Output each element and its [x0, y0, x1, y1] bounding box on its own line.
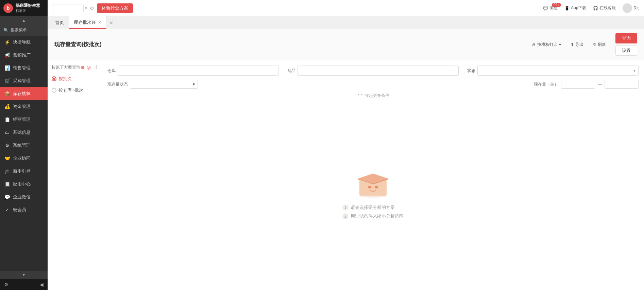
app-download-label: App下载 [571, 5, 586, 11]
warehouse-more-icon[interactable]: ··· [272, 68, 276, 73]
empty-svg-illustration [353, 165, 393, 199]
export-icon: ⬆ [571, 42, 574, 47]
tab-home[interactable]: 首页 [50, 16, 69, 29]
filter-row-1: 仓库 ··· 商品 ··· [107, 66, 639, 76]
export-label: 导出 [575, 42, 583, 48]
status-label: 状态 [467, 68, 475, 74]
nav-icon-appstore: 🔲 [4, 181, 10, 187]
message-action[interactable]: 💬 消息 99+ [543, 5, 558, 11]
company-name: 畅康通好生意 [16, 3, 40, 8]
tab-bar: 首页 库存批次账 ✕ ✕ [48, 16, 644, 29]
filter-panel-icons: ⊕ ◎ 《 [81, 64, 98, 70]
warehouse-label: 仓库 [107, 68, 116, 74]
sidebar-item-member[interactable]: ✓畅会员 [0, 203, 48, 216]
tab-batch-label: 库存批次账 [74, 19, 96, 25]
nav-label-appstore: 应用中心 [13, 181, 31, 187]
app-download-action[interactable]: 📱 App下载 [564, 5, 586, 11]
print-template-btn[interactable]: 🖨 按模板打印 ▾ [529, 40, 564, 49]
status-input[interactable]: ▾ [477, 66, 639, 76]
product-more-icon[interactable]: ··· [452, 68, 456, 73]
export-btn[interactable]: ⬆ 导出 [568, 40, 586, 49]
filter-item-warehouse-batch[interactable]: 按仓库+批次 [48, 85, 102, 96]
main-area: ▾ ⚙ 体验行业方案 💬 消息 99+ 📱 App下载 🎧 在线客服 Rit [48, 0, 644, 290]
nav-icon-basic: 🗂 [4, 130, 10, 135]
sidebar-item-marketing[interactable]: 📢营销推广 [0, 49, 48, 61]
inventory-status-dropdown-icon: ▾ [193, 82, 195, 87]
nav-label-quick: 快捷导航 [13, 39, 31, 45]
tab-close-icon[interactable]: ✕ [98, 20, 101, 25]
topbar-search-input[interactable] [53, 4, 84, 12]
tab-bar-close-icon[interactable]: ✕ [109, 20, 113, 25]
online-service-action[interactable]: 🎧 在线客服 [593, 5, 616, 11]
settings-btn[interactable]: 设置 [615, 46, 637, 56]
sidebar-item-collab[interactable]: 🤝企业协同 [0, 152, 48, 165]
nav-label-finance: 资金管理 [13, 104, 31, 110]
warehouse-filter-field: 仓库 ··· [107, 66, 279, 76]
product-input[interactable]: ··· [298, 66, 459, 76]
sidebar-item-quick[interactable]: ⚡快捷导航 [0, 36, 48, 49]
sidebar-header: b 畅康通好生意 标准版 [0, 0, 48, 16]
page-actions: 🖨 按模板打印 ▾ ⬆ 导出 ↻ 刷新 查询 设置 [529, 33, 637, 56]
sidebar-search[interactable]: 🔍 搜索菜单 [0, 24, 48, 36]
inventory-status-label: 现存量状态 [107, 81, 128, 87]
sidebar-item-basic[interactable]: 🗂基础信息 [0, 126, 48, 139]
sidebar-item-sales[interactable]: 📊销售管理 [0, 61, 48, 74]
settings-filter-icon[interactable]: ◎ [87, 65, 91, 70]
collapse-filter-icon[interactable]: 《 [93, 64, 98, 70]
nav-icon-collab: 🤝 [4, 156, 10, 161]
nav-label-inventory: 库存核算 [13, 91, 31, 97]
app-logo: b [3, 3, 13, 13]
sidebar-item-system[interactable]: ⚙系统管理 [0, 139, 48, 152]
print-dropdown-icon[interactable]: ▾ [559, 42, 561, 47]
nav-icon-system: ⚙ [4, 143, 10, 148]
topbar-dropdown-icon[interactable]: ▾ [85, 6, 87, 11]
sidebar-item-appstore[interactable]: 🔲应用中心 [0, 178, 48, 191]
status-dropdown-icon[interactable]: ▾ [633, 68, 635, 73]
nav-label-purchase: 采购管理 [13, 78, 31, 84]
sidebar-item-guide[interactable]: 🎓新手引导 [0, 165, 48, 178]
collapse-label: 收起更多条件 [365, 93, 389, 98]
sidebar-title-block: 畅康通好生意 标准版 [16, 3, 40, 13]
user-avatar-action[interactable]: Rit [623, 3, 639, 13]
product-filter-field: 商品 ··· [287, 66, 459, 76]
sidebar-scroll-up[interactable]: ▲ [0, 16, 48, 24]
nav-label-operation: 经营管理 [13, 116, 31, 123]
sidebar-item-purchase[interactable]: 🛒采购管理 [0, 74, 48, 87]
empty-hints: 1 请先选择要分析的方案 2 用过滤条件来缩小分析范围 [342, 204, 404, 219]
nav-icon-member: ✓ [4, 207, 10, 213]
topbar-gear-icon[interactable]: ⚙ [90, 5, 94, 11]
quantity-range-start[interactable] [561, 80, 595, 89]
sidebar-item-wechat[interactable]: 💬企业微信 [0, 191, 48, 203]
topbar-input-area: ▾ [53, 4, 87, 12]
experience-btn[interactable]: 体验行业方案 [97, 3, 133, 13]
nav-icon-purchase: 🛒 [4, 78, 10, 84]
quantity-range-end[interactable] [605, 80, 639, 89]
add-filter-icon[interactable]: ⊕ [81, 65, 85, 70]
topbar-left: ▾ ⚙ 体验行业方案 [53, 3, 133, 13]
nav-label-member: 畅会员 [13, 207, 26, 213]
collapse-sidebar-icon[interactable]: ◀ [40, 282, 44, 287]
nav-label-system: 系统管理 [13, 142, 31, 148]
sidebar-scroll-down[interactable]: ▼ [0, 271, 48, 279]
hint-item-1: 1 请先选择要分析的方案 [342, 204, 404, 211]
nav-icon-finance: 💰 [4, 104, 10, 109]
service-icon: 🎧 [593, 6, 598, 11]
empty-illustration [353, 165, 393, 199]
tab-batch-account[interactable]: 库存批次账 ✕ [69, 16, 106, 29]
filter-divider-1 [283, 66, 283, 76]
inventory-status-select[interactable]: ▾ [130, 80, 198, 89]
filter-radio-warehouse-batch [52, 88, 56, 93]
query-btn[interactable]: 查询 [615, 33, 637, 43]
app-edition: 标准版 [16, 8, 40, 13]
collapse-bar[interactable]: ⌃⌃ 收起更多条件 [107, 91, 639, 100]
empty-state: 1 请先选择要分析的方案 2 用过滤条件来缩小分析范围 [107, 100, 639, 285]
sidebar-item-operation[interactable]: 📋经营管理 [0, 113, 48, 126]
warehouse-input[interactable]: ··· [118, 66, 279, 76]
refresh-btn[interactable]: ↻ 刷新 [590, 40, 609, 49]
svg-point-2 [368, 186, 371, 188]
sidebar-item-inventory[interactable]: 📦库存核算 [0, 87, 48, 100]
filter-item-batch[interactable]: 按批次 [48, 73, 102, 85]
settings-footer-icon[interactable]: ⚙ [4, 282, 9, 287]
page-title: 现存量查询(按批次) [54, 41, 102, 48]
sidebar-item-finance[interactable]: 💰资金管理 [0, 100, 48, 113]
